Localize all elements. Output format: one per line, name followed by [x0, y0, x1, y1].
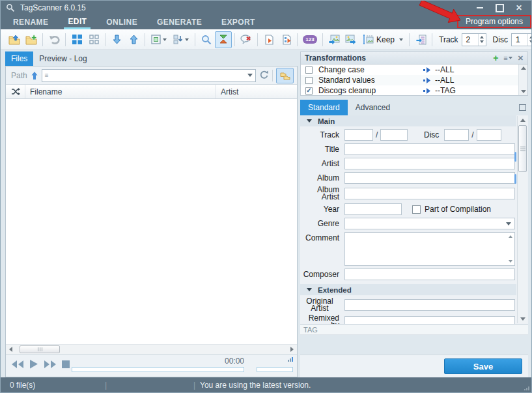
disc-spinner[interactable]: 1	[511, 33, 532, 46]
playback-progress-bar[interactable]	[72, 367, 244, 372]
open-folder-button[interactable]	[6, 31, 23, 48]
search-button[interactable]	[198, 31, 215, 48]
path-presets-icon[interactable]	[45, 72, 48, 79]
play-all-files-button[interactable]	[277, 31, 294, 48]
transformation-row[interactable]: ✓ Discogs cleanup --TAG	[301, 85, 518, 96]
resize-grip[interactable]	[524, 386, 529, 390]
program-options-button[interactable]: Program options	[457, 15, 531, 28]
standard-values-checkbox[interactable]	[305, 77, 313, 84]
section-extended[interactable]: Extended	[300, 284, 516, 295]
album-artist-field[interactable]	[344, 188, 515, 199]
rewind-button[interactable]	[11, 360, 24, 369]
next-field-partial[interactable]	[344, 316, 515, 324]
tab-files[interactable]: Files	[5, 51, 33, 66]
menu-rename[interactable]: RENAME	[9, 15, 52, 29]
save-button[interactable]: Save	[444, 358, 522, 374]
refresh-button[interactable]	[259, 70, 269, 80]
disc-number-field[interactable]	[444, 129, 469, 141]
close-button[interactable]	[514, 4, 524, 12]
form-scrollbar[interactable]	[517, 116, 527, 323]
track-spinner-arrows[interactable]	[478, 34, 486, 46]
track-number-field[interactable]	[344, 129, 373, 141]
path-up-icon[interactable]	[31, 71, 38, 80]
expand-panel-icon[interactable]	[519, 104, 526, 111]
track-spinner[interactable]: 2	[462, 33, 486, 46]
scroll-up-arrow[interactable]	[509, 235, 512, 238]
composer-field[interactable]	[344, 269, 515, 280]
transformation-label: Discogs cleanup	[318, 86, 376, 95]
scroll-left-arrow[interactable]	[6, 345, 16, 354]
tab-preview-log[interactable]: Preview - Log	[33, 51, 92, 66]
scroll-down-arrow[interactable]	[509, 260, 512, 263]
tab-standard[interactable]: Standard	[300, 100, 348, 115]
section-main[interactable]: Main	[300, 115, 516, 126]
minimize-button[interactable]	[475, 4, 484, 12]
maximize-button[interactable]	[495, 4, 504, 12]
move-up-button[interactable]	[125, 31, 142, 48]
resize-cover-keep-dropdown[interactable]: Keep	[359, 31, 406, 48]
tag-status-label: TAG	[303, 326, 318, 334]
path-input[interactable]	[42, 69, 256, 82]
artist-field[interactable]	[344, 158, 515, 169]
import-text-file-button[interactable]	[412, 31, 429, 48]
transformation-row[interactable]: Standard values --ALL	[301, 75, 518, 85]
scroll-up-arrow[interactable]	[520, 119, 525, 122]
horizontal-scrollbar-thumb[interactable]	[20, 345, 60, 353]
menu-export[interactable]: EXPORT	[217, 15, 259, 29]
large-grid-view-button[interactable]	[68, 31, 85, 48]
menu-edit[interactable]: EDIT	[64, 15, 91, 29]
undo-button[interactable]	[46, 31, 63, 48]
fast-forward-button[interactable]	[44, 360, 57, 369]
select-files-dropdown[interactable]	[148, 31, 170, 48]
transformations-scrollbar[interactable]	[518, 65, 527, 95]
app-logo-magnifier-icon	[6, 3, 15, 12]
move-down-button[interactable]	[108, 31, 125, 48]
album-field[interactable]	[344, 172, 515, 184]
scroll-down-arrow[interactable]	[520, 317, 525, 321]
shuffle-column-header[interactable]	[6, 85, 25, 98]
remixed-by-row: Remixed by	[300, 315, 516, 324]
menu-generate[interactable]: GENERATE	[153, 15, 206, 29]
import-cover-button[interactable]	[326, 31, 343, 48]
title-field[interactable]	[344, 143, 515, 155]
transformations-close-icon[interactable]	[518, 54, 524, 63]
menu-online[interactable]: ONLINE	[102, 15, 141, 29]
volume-slider[interactable]	[257, 367, 293, 372]
year-field[interactable]	[344, 203, 402, 215]
sort-dropdown[interactable]	[170, 31, 192, 48]
column-header-artist[interactable]: Artist	[216, 85, 297, 98]
transformation-row[interactable]: Change case --ALL	[301, 65, 518, 75]
disc-total-field[interactable]	[477, 129, 501, 141]
clear-comments-button[interactable]	[238, 31, 255, 48]
scroll-up-arrow[interactable]	[521, 66, 526, 70]
horizontal-scrollbar[interactable]	[6, 344, 297, 354]
auto-sort-toggle-button[interactable]	[215, 31, 232, 48]
path-dropdown-chevron-icon[interactable]	[247, 74, 253, 77]
change-case-checkbox[interactable]	[305, 66, 313, 74]
scroll-right-arrow[interactable]	[287, 345, 297, 354]
play-file-button[interactable]	[260, 31, 277, 48]
scroll-down-arrow[interactable]	[521, 90, 526, 93]
discogs-cleanup-checkbox[interactable]: ✓	[305, 87, 313, 95]
genre-select[interactable]	[344, 218, 515, 229]
add-transformation-icon[interactable]	[493, 53, 498, 63]
file-list[interactable]	[6, 99, 297, 344]
play-button[interactable]	[29, 359, 38, 369]
original-artist-field[interactable]	[344, 299, 515, 311]
part-of-compilation-checkbox[interactable]	[412, 205, 421, 214]
splitter-grip[interactable]	[514, 174, 516, 184]
folder-tree-toggle-button[interactable]	[276, 68, 294, 83]
comment-field[interactable]	[344, 232, 515, 266]
transformations-menu-icon[interactable]	[503, 54, 512, 62]
splitter-grip[interactable]	[514, 152, 516, 162]
column-header-filename[interactable]: Filename	[25, 85, 216, 98]
small-grid-view-button[interactable]	[85, 31, 102, 48]
track-total-field[interactable]	[380, 129, 408, 141]
tab-advanced[interactable]: Advanced	[348, 100, 398, 115]
renumber-tracks-button[interactable]	[300, 31, 320, 48]
disc-spinner-arrows[interactable]	[527, 34, 532, 46]
add-folder-button[interactable]	[23, 31, 40, 48]
form-scrollbar-thumb[interactable]	[518, 125, 527, 172]
export-cover-button[interactable]	[343, 31, 359, 48]
stop-button[interactable]	[62, 360, 70, 368]
